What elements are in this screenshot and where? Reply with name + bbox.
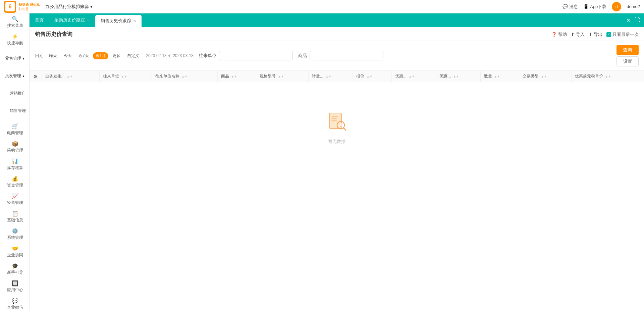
sort-icon-goods: ▲▼ xyxy=(231,75,237,78)
settings-btn[interactable]: 设置 xyxy=(616,56,639,66)
brand-name: 畅捷通 好生意 xyxy=(19,2,40,7)
tab-fullscreen-icon[interactable]: ⛶ xyxy=(633,16,641,24)
sidebar-item-finance[interactable]: 💰 资金管理 xyxy=(0,173,29,191)
th-qty[interactable]: 数量 ▲▼ xyxy=(480,71,519,82)
th-spec-label: 规格型号 xyxy=(260,74,276,79)
sidebar-item-system[interactable]: ⚙️ 系统管理 xyxy=(0,225,29,243)
th-partner-name-label: 往来单位名称 xyxy=(155,74,179,79)
sidebar-item-ecommerce[interactable]: 🛒 电商管理 xyxy=(0,121,29,138)
th-no-tax-price[interactable]: 优惠前无税单价 ▲▼ xyxy=(572,71,644,82)
tab-purchase-close-icon[interactable]: ✕ xyxy=(87,18,90,22)
user-name: demo2 xyxy=(627,4,640,9)
query-btn[interactable]: 查询 xyxy=(616,45,639,55)
sidebar-item-wholesale[interactable]: 批发管理 ▲ xyxy=(0,67,29,85)
sort-icon-no-tax-price: ▲▼ xyxy=(605,75,611,78)
newbie-icon: 🎓 xyxy=(12,263,18,269)
operations-icon: 📈 xyxy=(12,193,18,199)
tab-sales-close-icon[interactable]: ✕ xyxy=(133,19,136,23)
sidebar-item-search[interactable]: 🔍 搜索菜单 xyxy=(0,13,29,31)
help-btn[interactable]: ❓ 帮助 xyxy=(551,32,567,38)
table-container: ⚙ 业务发生... ▲▼ 往来单位 ▲▼ xyxy=(30,71,644,310)
th-partner-name[interactable]: 往来单位名称 ▲▼ xyxy=(152,71,217,82)
sidebar-item-enterprise[interactable]: 🤝 企业协同 xyxy=(0,243,29,260)
sidebar-item-sales[interactable]: 销售管理 xyxy=(0,102,29,119)
sort-icon-partner-name: ▲▼ xyxy=(181,75,187,78)
date-shortcuts: 昨天 今天 近7天 近1月 更多 自定义 xyxy=(46,52,142,59)
th-discount1[interactable]: 优惠... ▲▼ xyxy=(391,71,436,82)
export-btn[interactable]: ⬇ 导出 xyxy=(589,32,602,38)
partner-input[interactable]: ... xyxy=(219,51,293,60)
date-btn-7days[interactable]: 近7天 xyxy=(76,52,92,59)
th-partner-code[interactable]: 往来单位 ▲▼ xyxy=(99,71,152,82)
svg-line-6 xyxy=(343,128,346,130)
sidebar-label-appstore: 应用中心 xyxy=(7,287,23,293)
app-selector-arrow: ▾ xyxy=(90,4,93,9)
sidebar-item-purchase[interactable]: 📦 采购管理 xyxy=(0,138,29,156)
th-unit[interactable]: 计量... ▲▼ xyxy=(308,71,353,82)
sidebar-label-newbie: 新手引导 xyxy=(7,270,23,275)
top-bar-left: 6 畅捷通 好生意 好生意 办公用品行业模拟账套 ▾ xyxy=(4,1,95,13)
checkbox-checked-icon xyxy=(606,32,611,37)
date-btn-more[interactable]: 更多 xyxy=(110,52,123,59)
th-discount2[interactable]: 优惠... ▲▼ xyxy=(436,71,480,82)
messages-btn[interactable]: 💬 消息 xyxy=(562,4,578,10)
tab-close-all-icon[interactable]: ✕ xyxy=(625,16,632,25)
sidebar-item-shortcut[interactable]: ⚡ 快捷导航 xyxy=(0,31,29,48)
tab-sales-history[interactable]: 销售历史价跟踪 ✕ xyxy=(95,15,142,27)
tab-purchase-history[interactable]: 采购历史价跟踪 ✕ xyxy=(49,13,95,27)
sort-icon-unit: ▲▼ xyxy=(325,75,331,78)
brand-sub: 好生意 xyxy=(19,7,40,11)
sort-icon-spec: ▲▼ xyxy=(278,75,284,78)
sidebar-item-inventory[interactable]: 📊 库存核算 xyxy=(0,156,29,173)
th-goods-label: 商品 xyxy=(221,74,229,79)
sidebar-item-retail[interactable]: 零售管理 ▼ xyxy=(0,50,29,67)
sidebar-label-purchase: 采购管理 xyxy=(7,148,23,153)
content-area: 首页 采购历史价跟踪 ✕ 销售历史价跟踪 ✕ ✕ ⛶ 销售历史价查询 xyxy=(30,13,644,310)
enterprise-icon: 🤝 xyxy=(12,245,18,252)
th-spec[interactable]: 规格型号 ▲▼ xyxy=(256,71,309,82)
svg-rect-1 xyxy=(331,116,338,117)
svg-point-8 xyxy=(341,124,342,125)
wechat-icon: 💬 xyxy=(12,298,18,304)
app-selector[interactable]: 办公用品行业模拟账套 ▾ xyxy=(43,2,95,11)
th-price[interactable]: 报价 ▲▼ xyxy=(353,71,392,82)
sidebar-label-finance: 资金管理 xyxy=(7,183,23,188)
sidebar-item-operations[interactable]: 📈 经营管理 xyxy=(0,191,29,208)
th-settings[interactable]: ⚙ xyxy=(30,71,42,82)
app-selector-label: 办公用品行业模拟账套 xyxy=(45,4,89,10)
svg-rect-2 xyxy=(331,118,337,119)
user-avatar[interactable]: d xyxy=(612,2,621,11)
sidebar-item-marketing[interactable]: 营销推广 xyxy=(0,85,29,102)
column-settings-icon[interactable]: ⚙ xyxy=(33,74,38,79)
tab-home[interactable]: 首页 xyxy=(30,13,49,27)
sort-icon-partner-code: ▲▼ xyxy=(121,75,127,78)
app-download-btn[interactable]: 📱 App下载 xyxy=(583,4,606,10)
page-header: 销售历史价查询 ❓ 帮助 ⬆ 导入 ⬇ 导出 xyxy=(30,27,644,41)
date-btn-custom[interactable]: 自定义 xyxy=(124,52,142,59)
th-goods[interactable]: 商品 ▲▼ xyxy=(217,71,256,82)
avatar-initial: d xyxy=(615,4,618,9)
finance-icon: 💰 xyxy=(12,175,18,182)
sidebar-item-newbie[interactable]: 🎓 新手引导 xyxy=(0,260,29,278)
date-filter-group: 日期 昨天 今天 近7天 近1月 更多 自定义 2023-02-18 至 202… xyxy=(35,52,194,59)
page-title: 销售历史价查询 xyxy=(35,31,72,38)
sidebar-item-appstore[interactable]: 🔲 应用中心 xyxy=(0,278,29,295)
th-unit-label: 计量... xyxy=(312,74,323,79)
import-btn[interactable]: ⬆ 导入 xyxy=(571,32,585,38)
partner-input-value: ... xyxy=(222,53,229,59)
date-btn-today[interactable]: 今天 xyxy=(61,52,74,59)
sidebar-label-retail: 零售管理 xyxy=(5,56,21,61)
only-last-checkbox[interactable]: 只看最后一次 xyxy=(606,32,639,38)
sidebar-item-basic[interactable]: 📋 基础信息 xyxy=(0,208,29,225)
tab-home-label: 首页 xyxy=(35,17,44,23)
sort-icon-trade-type: ▲▼ xyxy=(541,75,547,78)
date-btn-1month[interactable]: 近1月 xyxy=(93,52,109,59)
th-price-label: 报价 xyxy=(356,74,364,79)
date-btn-yesterday[interactable]: 昨天 xyxy=(46,52,60,59)
th-date[interactable]: 业务发生... ▲▼ xyxy=(42,71,99,82)
sidebar-item-wechat[interactable]: 💬 企业微信 xyxy=(0,295,29,310)
app-logo: 6 xyxy=(4,1,16,13)
sidebar-label-search: 搜索菜单 xyxy=(7,23,23,29)
goods-input[interactable]: ... xyxy=(310,51,383,60)
th-trade-type[interactable]: 交易类型 ▲▼ xyxy=(519,71,572,82)
